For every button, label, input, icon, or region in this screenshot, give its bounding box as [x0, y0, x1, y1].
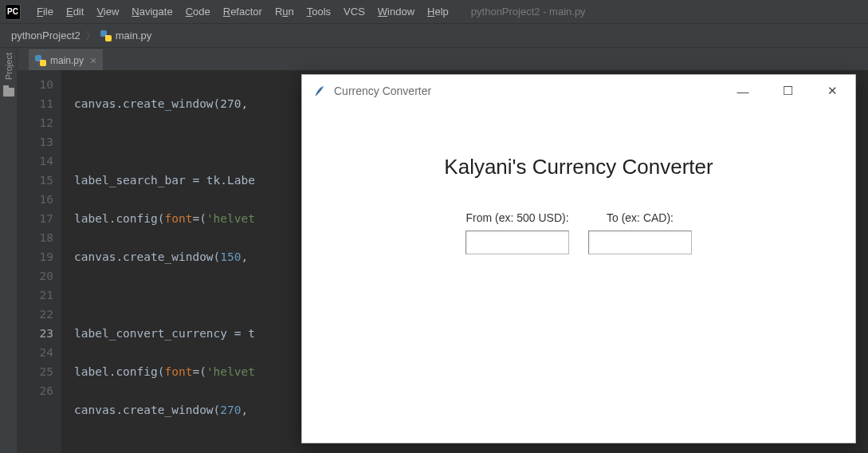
window-title: pythonProject2 - main.py: [471, 6, 586, 18]
breadcrumb: pythonProject2 〉 main.py: [0, 24, 868, 48]
to-input[interactable]: [588, 230, 692, 254]
tk-titlebar[interactable]: Currency Converter — ☐ ✕: [302, 75, 855, 107]
tk-window-title: Currency Converter: [334, 85, 431, 97]
folder-icon[interactable]: [3, 88, 14, 97]
editor-tab-bar: main.py ×: [0, 48, 868, 70]
menu-code[interactable]: Code: [179, 6, 217, 18]
menu-help[interactable]: Help: [421, 6, 455, 18]
menu-run[interactable]: Run: [269, 6, 300, 18]
menu-vcs[interactable]: VCS: [337, 6, 371, 18]
menu-window[interactable]: Window: [371, 6, 421, 18]
menu-file[interactable]: File: [30, 6, 60, 18]
from-input[interactable]: [465, 230, 569, 254]
close-icon[interactable]: ✕: [820, 84, 844, 98]
tk-body: Kalyani's Currency Converter From (ex: 5…: [302, 107, 855, 254]
menu-view[interactable]: View: [90, 6, 125, 18]
menu-tools[interactable]: Tools: [300, 6, 337, 18]
minimize-icon[interactable]: —: [731, 85, 755, 98]
maximize-icon[interactable]: ☐: [776, 84, 799, 98]
crumb-file[interactable]: main.py: [116, 30, 152, 41]
menu-navigate[interactable]: Navigate: [125, 6, 179, 18]
menu-edit[interactable]: Edit: [60, 6, 90, 18]
menu-refactor[interactable]: Refactor: [217, 6, 269, 18]
code-content[interactable]: canvas.create_window(270, label_search_b…: [61, 70, 255, 453]
close-icon[interactable]: ×: [90, 54, 96, 67]
app-heading: Kalyani's Currency Converter: [334, 155, 823, 179]
tab-main-py[interactable]: main.py ×: [29, 49, 103, 70]
tkinter-window[interactable]: Currency Converter — ☐ ✕ Kalyani's Curre…: [301, 74, 856, 443]
tool-window-strip: Project: [0, 48, 18, 453]
from-label: From (ex: 500 USD):: [465, 211, 569, 224]
crumb-separator: 〉: [85, 29, 96, 43]
project-tool-button[interactable]: Project: [4, 53, 14, 80]
to-label: To (ex: CAD):: [588, 211, 692, 224]
app-logo: PC: [5, 4, 21, 20]
menu-bar: PC File Edit View Navigate Code Refactor…: [0, 0, 868, 24]
tk-feather-icon: [313, 85, 326, 97]
python-file-icon: [35, 55, 46, 66]
crumb-project[interactable]: pythonProject2: [11, 30, 81, 41]
line-gutter: 1011121314151617181920212223242526: [18, 70, 61, 453]
python-file-icon: [100, 30, 112, 41]
tab-label: main.py: [50, 55, 84, 66]
